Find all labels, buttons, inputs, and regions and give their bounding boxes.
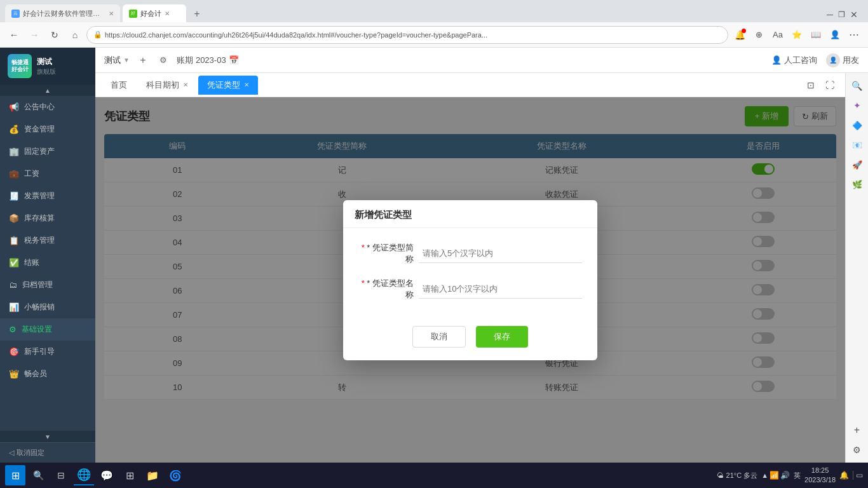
sidebar-item-guide[interactable]: 🎯 新手引导 <box>0 341 95 363</box>
taskbar-chrome-btn[interactable]: 🌐 <box>74 465 94 485</box>
sidebar-item-capital[interactable]: 💰 资金管理 <box>0 118 95 140</box>
sidebar-item-invoice[interactable]: 🧾 发票管理 <box>0 185 95 207</box>
tax-icon: 📋 <box>9 236 19 245</box>
add-workspace-btn[interactable]: + <box>136 53 150 67</box>
tab-fullscreen-btn[interactable]: ⛶ <box>821 76 839 94</box>
browser-chrome: 云 好会计云财务软件管理系统_会计 ✕ 好 好会计 ✕ + ─ ❐ ✕ <box>0 0 868 22</box>
name-input[interactable] <box>419 280 582 299</box>
right-add-icon[interactable]: + <box>848 421 866 439</box>
tab-expand-btn[interactable]: ⊡ <box>802 76 820 94</box>
systray-wifi-icon[interactable]: 📶 <box>770 471 779 480</box>
modal-header: 新增凭证类型 <box>343 200 597 228</box>
weather-info: 🌤 21°C 多云 <box>717 471 758 480</box>
taskbar-files-btn[interactable]: 📁 <box>142 465 163 485</box>
systray-up-icon[interactable]: ▲ <box>761 471 768 479</box>
taskbar-apps-btn[interactable]: ⊞ <box>119 465 140 485</box>
taskbar-view-btn[interactable]: ⊟ <box>51 465 71 485</box>
taskbar-edge-btn[interactable]: 🌀 <box>165 465 186 485</box>
sidebar-item-tax[interactable]: 📋 税务管理 <box>0 229 95 252</box>
tab-favicon-2: 好 <box>129 10 137 18</box>
taskbar-clock[interactable]: 18:25 2023/3/18 <box>804 466 836 485</box>
nav-back-btn[interactable]: ← <box>5 26 23 44</box>
nav-home-btn[interactable]: ⌂ <box>66 26 84 44</box>
nav-badge-icon[interactable]: 🔔 <box>731 26 749 44</box>
nav-icon-3[interactable]: Aa <box>769 26 787 44</box>
fixed-assets-label: 固定资产 <box>24 146 55 157</box>
taskbar-search-btn[interactable]: 🔍 <box>28 465 48 485</box>
right-search-icon[interactable]: 🔍 <box>848 77 866 95</box>
right-settings-icon[interactable]: ⚙ <box>848 441 866 459</box>
inventory-icon: 📦 <box>9 214 19 223</box>
sidebar-item-salary[interactable]: 💼 工资 <box>0 163 95 185</box>
right-ext1-icon[interactable]: 📧 <box>848 136 866 154</box>
period-calendar-icon[interactable]: 📅 <box>229 55 239 65</box>
tab-subject-init[interactable]: 科目期初 ✕ <box>137 76 197 95</box>
nav-more-btn[interactable]: ⋯ <box>845 26 863 44</box>
nav-right-icons: 🔔 ⊕ Aa ⭐ 📖 👤 ⋯ <box>731 26 863 44</box>
archive-label: 归档管理 <box>22 280 53 290</box>
right-ext2-icon[interactable]: 🚀 <box>848 156 866 173</box>
cancel-fixed-btn[interactable]: ◁ 取消固定 <box>0 442 95 463</box>
tab-home[interactable]: 首页 <box>102 76 136 95</box>
sidebar-item-basic-settings[interactable]: ⚙ 基础设置 <box>0 318 95 341</box>
sidebar-subtitle: 旗舰版 <box>37 67 56 76</box>
new-tab-btn[interactable]: + <box>189 6 205 22</box>
capital-label: 资金管理 <box>24 124 55 135</box>
right-panel: 🔍 ✦ 🔷 📧 🚀 🌿 + ⚙ <box>845 73 868 463</box>
nav-icon-2[interactable]: ⊕ <box>750 26 768 44</box>
nav-icon-6[interactable]: 👤 <box>826 26 844 44</box>
right-ai-icon[interactable]: 🔷 <box>848 116 866 134</box>
abbr-label: * * 凭证类型简称 <box>358 242 419 265</box>
sidebar-item-announcement[interactable]: 📢 公告中心 <box>0 96 95 118</box>
sidebar-item-membership[interactable]: 👑 畅会员 <box>0 363 95 385</box>
right-ext3-icon[interactable]: 🌿 <box>848 175 866 193</box>
checkout-icon: ✅ <box>9 258 19 268</box>
abbr-input[interactable] <box>419 244 582 263</box>
workspace-selector[interactable]: 测试 ▼ <box>104 55 130 66</box>
tab-1[interactable]: 云 好会计云财务软件管理系统_会计 ✕ <box>5 4 120 22</box>
sidebar-item-inventory[interactable]: 📦 库存核算 <box>0 207 95 229</box>
fixed-assets-icon: 🏢 <box>9 147 19 156</box>
nav-refresh-btn[interactable]: ↻ <box>46 26 64 44</box>
tab-close-1[interactable]: ✕ <box>109 10 114 17</box>
start-button[interactable]: ⊞ <box>5 465 25 485</box>
save-button[interactable]: 保存 <box>476 326 528 348</box>
nav-forward-btn[interactable]: → <box>25 26 43 44</box>
close-btn[interactable]: ✕ <box>850 10 858 20</box>
sidebar-item-archive[interactable]: 🗂 归档管理 <box>0 274 95 296</box>
notification-icon[interactable]: 🔔 <box>839 471 849 480</box>
taskbar: ⊞ 🔍 ⊟ 🌐 💬 ⊞ 📁 🌀 🌤 21°C 多云 ▲ 📶 🔊 英 18:25 … <box>0 463 868 488</box>
modal-title: 新增凭证类型 <box>355 209 412 220</box>
weather-temp: 21°C 多云 <box>726 471 758 480</box>
consult-btn[interactable]: 👤 人工咨询 <box>771 55 817 66</box>
tab-subject-init-close[interactable]: ✕ <box>183 81 188 88</box>
sidebar-item-checkout[interactable]: ✅ 结账 <box>0 252 95 274</box>
sidebar-item-fixed-assets[interactable]: 🏢 固定资产 <box>0 140 95 163</box>
app-header: 测试 ▼ + ⚙ 账期 2023-03 📅 👤 人工咨询 👤 用友 <box>95 48 868 73</box>
tab-voucher-type[interactable]: 凭证类型 ✕ <box>198 76 258 95</box>
invoice-icon: 🧾 <box>9 191 19 201</box>
nav-icon-4[interactable]: ⭐ <box>788 26 806 44</box>
sidebar-nav: 📢 公告中心 💰 资金管理 🏢 固定资产 💼 工资 🧾 发票管理 📦 库 <box>0 96 95 431</box>
workspace-settings-btn[interactable]: ⚙ <box>156 53 170 67</box>
address-bar[interactable]: 🔒 https://cloud2.chanjet.com/accounting/… <box>86 26 728 44</box>
cancel-button[interactable]: 取消 <box>412 326 466 348</box>
nav-icon-5[interactable]: 📖 <box>807 26 825 44</box>
taskbar-wechat-btn[interactable]: 💬 <box>97 465 117 485</box>
systray-lang[interactable]: 英 <box>794 471 801 480</box>
user-btn[interactable]: 👤 用友 <box>826 53 859 67</box>
restore-btn[interactable]: ❐ <box>838 10 845 19</box>
desktop-icon[interactable]: ▭ <box>853 471 863 480</box>
sidebar-scroll-up[interactable]: ▲ <box>0 85 95 96</box>
sidebar-item-report[interactable]: 📊 小畅报销 <box>0 296 95 318</box>
tab-close-2[interactable]: ✕ <box>165 10 170 17</box>
tax-label: 税务管理 <box>24 235 55 246</box>
tab-voucher-type-close[interactable]: ✕ <box>244 81 249 88</box>
systray-sound-icon[interactable]: 🔊 <box>780 471 790 480</box>
modal-body: * * 凭证类型简称 * * 凭证类型名称 <box>343 228 597 320</box>
minimize-btn[interactable]: ─ <box>827 10 833 20</box>
clock-time: 18:25 <box>804 466 836 475</box>
tab-2[interactable]: 好 好会计 ✕ <box>123 4 186 22</box>
right-star-icon[interactable]: ✦ <box>848 97 866 114</box>
sidebar-scroll-down[interactable]: ▼ <box>0 431 95 442</box>
